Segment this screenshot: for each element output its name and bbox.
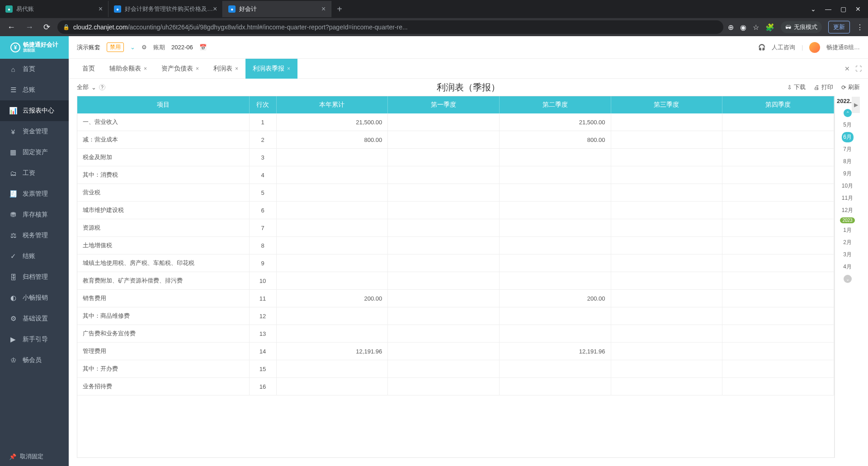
period-value: 2022-06 — [171, 44, 193, 51]
forward-button[interactable]: → — [23, 21, 36, 34]
sidebar-item-ledger[interactable]: ☰总账 — [0, 80, 69, 100]
tab-close-icon[interactable]: × — [287, 66, 290, 72]
table-row[interactable]: 教育费附加、矿产资源补偿费、排污费10 — [77, 272, 834, 290]
refresh-button[interactable]: ⟳ 刷新 — [841, 83, 860, 91]
close-window-icon[interactable]: ✕ — [855, 5, 861, 13]
address-bar[interactable]: 🔒 cloud2.chanjet.com/accounting/uh26t264… — [57, 20, 723, 34]
new-tab-button[interactable]: + — [331, 4, 348, 14]
tab-close-icon[interactable]: × — [213, 5, 217, 13]
account-name[interactable]: 演示账套 — [77, 43, 100, 52]
sidebar-item-home[interactable]: ⌂首页 — [0, 59, 69, 80]
extension-icon[interactable]: ◉ — [740, 23, 746, 32]
back-button[interactable]: ← — [5, 21, 18, 34]
table-row[interactable]: 管理费用1412,191.9612,191.96 — [77, 343, 834, 360]
update-button[interactable]: 更新 — [828, 21, 850, 33]
rail-month[interactable]: 5月 — [842, 119, 854, 131]
table-row[interactable]: 土地增值税8 — [77, 237, 834, 254]
bookmark-icon[interactable]: ☆ — [753, 23, 759, 32]
support-link[interactable]: 人工咨询 — [772, 43, 795, 52]
cell-ytd — [276, 378, 388, 395]
table-row[interactable]: 减：营业成本2800.00800.00 — [77, 131, 834, 149]
table-row[interactable]: 广告费和业务宣传费13 — [77, 325, 834, 343]
rail-month[interactable]: 9月 — [842, 168, 854, 180]
table-row[interactable]: 资源税7 — [77, 219, 834, 237]
sidebar-item-inventory[interactable]: ⛃库存核算 — [0, 204, 69, 225]
rail-month[interactable]: 4月 — [843, 261, 852, 273]
reload-button[interactable]: ⟳ — [41, 20, 53, 34]
rail-up-button[interactable]: ⌃ — [844, 109, 852, 117]
sidebar-item-fixed-assets[interactable]: ▦固定资产 — [0, 142, 69, 163]
sidebar-item-reports[interactable]: 📊云报表中心 — [0, 100, 69, 121]
page-tab-1[interactable]: 辅助余额表× — [102, 59, 154, 79]
page-tab-2[interactable]: 资产负债表× — [154, 59, 206, 79]
salary-icon: 🗂 — [9, 169, 17, 177]
rail-year-badge[interactable]: 2023 — [840, 217, 854, 223]
browser-tab-2[interactable]: ●好会计× — [223, 1, 331, 17]
rail-month[interactable]: 2月 — [843, 236, 852, 249]
rail-month[interactable]: 8月 — [842, 155, 854, 168]
sidebar-item-tax[interactable]: ⚖税务管理 — [0, 225, 69, 246]
table-row[interactable]: 业务招待费16 — [77, 378, 834, 395]
cell-q3 — [611, 254, 722, 272]
rail-month[interactable]: 7月 — [842, 143, 854, 155]
rail-month[interactable]: 11月 — [842, 192, 854, 204]
minimize-icon[interactable]: — — [825, 5, 831, 13]
table-row[interactable]: 城镇土地使用税、房产税、车船税、印花税9 — [77, 254, 834, 272]
fullscreen-icon[interactable]: ⛶ — [855, 65, 862, 72]
report-table-scroll[interactable]: 项目行次本年累计第一季度第二季度第三季度第四季度 一、营业收入121,500.0… — [77, 96, 835, 458]
table-row[interactable]: 营业税5 — [77, 184, 834, 202]
table-row[interactable]: 城市维护建设税6 — [77, 202, 834, 219]
page-tab-4[interactable]: 利润表季报× — [245, 59, 297, 79]
sidebar-item-invoice[interactable]: 🧾发票管理 — [0, 184, 69, 204]
avatar[interactable] — [809, 42, 820, 53]
tab-close-icon[interactable]: × — [99, 5, 103, 13]
rail-month[interactable]: 12月 — [842, 204, 854, 217]
menu-icon[interactable]: ⋮ — [856, 23, 863, 32]
sidebar-item-expense[interactable]: ◐小畅报销 — [0, 287, 69, 308]
user-name[interactable]: 畅捷通B组… — [826, 43, 860, 52]
table-row[interactable]: 其中：消费税4 — [77, 166, 834, 184]
sidebar-item-archive[interactable]: 🗄归档管理 — [0, 267, 69, 287]
calendar-icon[interactable]: 📅 — [199, 44, 207, 51]
rail-month[interactable]: 3月 — [843, 249, 852, 261]
gear-icon[interactable]: ⚙ — [142, 44, 147, 51]
puzzle-icon[interactable]: 🧩 — [765, 23, 774, 32]
sidebar-item-closing[interactable]: ✓结账 — [0, 246, 69, 267]
zoom-icon[interactable]: ⊕ — [728, 23, 734, 32]
table-row[interactable]: 其中：开办费15 — [77, 360, 834, 378]
sidebar-item-settings[interactable]: ⚙基础设置 — [0, 308, 69, 329]
app-logo[interactable]: ¥ 畅捷通好会计 旗舰版 — [0, 36, 69, 59]
rail-down-button[interactable]: ⌄ — [844, 275, 852, 283]
rail-month[interactable]: 10月 — [842, 180, 854, 192]
table-row[interactable]: 税金及附加3 — [77, 149, 834, 166]
rail-month[interactable]: 6月 — [842, 132, 854, 142]
sidebar-item-vip[interactable]: ♔畅会员 — [0, 350, 69, 371]
rail-month[interactable]: 1月 — [843, 224, 852, 236]
chevron-down-icon[interactable]: ⌄ — [811, 5, 816, 13]
page-tab-3[interactable]: 利润表× — [206, 59, 245, 79]
tab-close-icon[interactable]: × — [144, 66, 147, 72]
page-tab-0[interactable]: 首页 — [75, 59, 102, 79]
browser-tab-0[interactable]: ●易代账× — [0, 1, 108, 17]
filter-dropdown[interactable]: 全部 ⌄ ? — [77, 83, 105, 91]
unpin-sidebar[interactable]: 📌 取消固定 — [0, 447, 69, 466]
scroll-right-button[interactable]: ▶ — [852, 97, 860, 113]
help-icon[interactable]: ? — [99, 84, 105, 90]
table-row[interactable]: 其中：商品维修费12 — [77, 307, 834, 325]
dropdown-icon[interactable]: ⌄ — [130, 44, 135, 51]
sidebar-item-funds[interactable]: ¥资金管理 — [0, 121, 69, 142]
table-row[interactable]: 一、营业收入121,500.0021,500.00 — [77, 113, 834, 131]
cell-line: 9 — [249, 254, 276, 272]
sidebar-item-guide[interactable]: ▶新手引导 — [0, 329, 69, 350]
browser-tab-1[interactable]: ●好会计财务管理软件购买价格及…× — [108, 1, 223, 17]
print-button[interactable]: 🖨 打印 — [814, 83, 833, 91]
tab-close-icon[interactable]: × — [196, 66, 199, 72]
download-button[interactable]: ⇩ 下载 — [787, 83, 806, 91]
maximize-icon[interactable]: ▢ — [840, 5, 846, 13]
sidebar-item-salary[interactable]: 🗂工资 — [0, 163, 69, 184]
table-row[interactable]: 销售费用11200.00200.00 — [77, 290, 834, 307]
tab-close-icon[interactable]: × — [235, 66, 238, 72]
disable-button[interactable]: 禁用 — [107, 42, 124, 52]
tab-close-icon[interactable]: × — [321, 5, 326, 13]
close-all-tabs-icon[interactable]: ✕ — [844, 65, 850, 72]
